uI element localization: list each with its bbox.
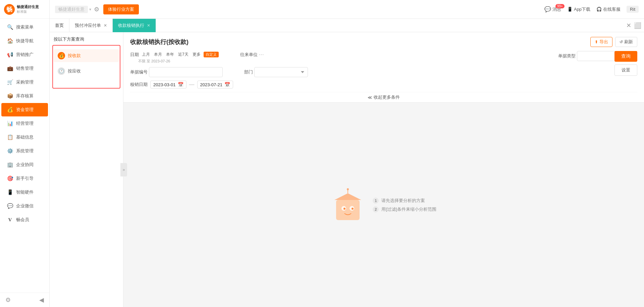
page-actions: ⬆ 导出 ↺ 刷新 <box>590 37 637 47</box>
sidebar-item-sales[interactable]: 💼 销售管理 <box>1 62 48 75</box>
verify-date-to-text: 2023-07-21 <box>200 82 223 87</box>
sidebar-label-member: 畅会员 <box>16 217 29 223</box>
logo-title: 畅捷通好生意 <box>17 4 39 9</box>
main-panel: 收款核销执行(按收款) ⬆ 导出 ↺ 刷新 <box>123 32 644 307</box>
calendar-from-icon[interactable]: 📅 <box>178 82 183 87</box>
sidebar-item-member[interactable]: V 畅会员 <box>1 213 48 226</box>
home-icon: 🏠 <box>7 38 13 44</box>
sidebar-bottom: ⚙ ◀ <box>0 293 49 307</box>
tab-close-all-icon[interactable]: ✕ <box>626 22 631 29</box>
app-download-button[interactable]: 📱 App下载 <box>567 6 590 12</box>
collapse-conditions-button[interactable]: ≪ 收起更多条件 <box>368 94 400 100</box>
online-service-button[interactable]: 🎧 在线客服 <box>596 6 621 12</box>
header-gear-icon[interactable]: ⚙ <box>94 6 99 13</box>
service-label: 在线客服 <box>603 6 621 12</box>
message-icon: 💬 <box>544 6 551 12</box>
tab-prepay[interactable]: 预付冲应付单 ✕ <box>69 19 113 32</box>
sidebar-item-inventory[interactable]: 📦 库存核算 <box>1 89 48 103</box>
verify-date-label: 核销日期 <box>130 82 148 88</box>
date-no-limit: 不限 至 2023-07-26 <box>130 59 219 64</box>
sidebar-item-quick-nav[interactable]: 🏠 快捷导航 <box>1 34 48 48</box>
date-more[interactable]: 更多 <box>191 51 202 58</box>
tab-prepay-label: 预付冲应付单 <box>75 22 101 29</box>
panel-collapse-button[interactable]: » <box>120 163 127 176</box>
chevron-down-icon[interactable]: ▾ <box>89 7 91 12</box>
empty-hint-1: 1 请先选择要分析的方案 <box>373 198 436 204</box>
filter-options: 💰 按收款 🕐 按应收 <box>54 49 119 78</box>
filter-form: 日期 上月 本月 本年 近7天 更多 自定义 不限 至 2023-07-26 <box>123 47 644 103</box>
sidebar-item-finance[interactable]: 💰 资金管理 <box>1 103 48 116</box>
bill-no-input[interactable] <box>149 67 223 77</box>
tab-prepay-close-icon[interactable]: ✕ <box>104 23 107 28</box>
svg-point-7 <box>347 188 349 190</box>
filter-option-by-receipt[interactable]: 💰 按收款 <box>54 49 119 62</box>
empty-hints: 1 请先选择要分析的方案 2 用[过滤]条件来缩小分析范围 <box>373 198 436 212</box>
sidebar-item-basic[interactable]: 📋 基础信息 <box>1 131 48 144</box>
bill-no-label: 单据编号 <box>130 69 148 75</box>
sidebar-item-operation[interactable]: 📊 经营管理 <box>1 117 48 130</box>
export-button[interactable]: ⬆ 导出 <box>590 37 612 47</box>
sidebar-label-marketing: 营销推广 <box>16 52 34 58</box>
sidebar-item-wechat[interactable]: 💬 企业微信 <box>1 199 48 213</box>
solution-button[interactable]: 体验行业方案 <box>103 4 139 14</box>
sidebar-label-guide: 新手引导 <box>16 175 34 182</box>
date-range-separator: — <box>189 82 195 88</box>
brand-text: 畅捷通好生意 <box>55 6 88 13</box>
tab-home[interactable]: 首页 <box>50 19 69 32</box>
hint-text-1: 请先选择要分析的方案 <box>381 198 425 204</box>
tab-receive-close-icon[interactable]: ✕ <box>147 23 150 28</box>
sidebar-label-operation: 经营管理 <box>16 120 34 126</box>
date-this-year[interactable]: 本年 <box>164 51 176 58</box>
query-button[interactable]: 查询 <box>614 51 637 62</box>
tab-receive[interactable]: 收款核销执行 ✕ <box>113 19 156 32</box>
sidebar-item-purchase[interactable]: 🛒 采购管理 <box>1 75 48 89</box>
settings-icon[interactable]: ⚙ <box>5 296 11 304</box>
phone-icon: 📱 <box>567 7 573 12</box>
filter-settings-button[interactable]: 设置 <box>614 64 637 76</box>
enterprise-icon: 🏢 <box>7 161 13 168</box>
sales-icon: 💼 <box>7 65 13 72</box>
refresh-button[interactable]: ↺ 刷新 <box>615 37 637 47</box>
sidebar-item-marketing[interactable]: 📢 营销推广 <box>1 48 48 61</box>
filter-row-2: 单据编号 部门 业务员 ··· <box>130 67 637 77</box>
messages-button[interactable]: 💬 消息 99+ <box>544 6 561 12</box>
sidebar-item-guide[interactable]: 🎯 新手引导 <box>1 172 48 185</box>
dept-field: 部门 <box>244 67 308 77</box>
sidebar-item-hardware[interactable]: 📱 智能硬件 <box>1 186 48 199</box>
tab-receive-label: 收款核销执行 <box>118 22 144 29</box>
date-7days[interactable]: 近7天 <box>176 51 190 58</box>
collapse-sidebar-icon[interactable]: ◀ <box>39 296 44 304</box>
date-this-month[interactable]: 本月 <box>152 51 164 58</box>
filter-option-by-receivable[interactable]: 🕐 按应收 <box>54 65 119 78</box>
sidebar-item-system[interactable]: ⚙️ 系统管理 <box>1 144 48 158</box>
date-shortcuts: 上月 本月 本年 近7天 更多 自定义 <box>140 51 219 58</box>
sidebar-item-enterprise[interactable]: 🏢 企业协同 <box>1 158 48 171</box>
date-label: 日期 <box>130 52 139 58</box>
export-icon: ⬆ <box>595 40 598 44</box>
headset-icon: 🎧 <box>596 7 602 12</box>
query-settings-panel: 查询 设置 <box>614 51 637 76</box>
hardware-icon: 📱 <box>7 189 13 196</box>
tab-restore-icon[interactable]: ⬜ <box>634 22 641 29</box>
logo-subtitle: 标准版 <box>17 9 39 14</box>
sidebar-label-inventory: 库存核算 <box>16 93 34 99</box>
date-custom-badge[interactable]: 自定义 <box>204 52 219 57</box>
verify-date-from-text: 2023-03-01 <box>153 82 176 87</box>
date-last-month[interactable]: 上月 <box>140 51 152 58</box>
empty-illustration <box>331 187 365 223</box>
empty-inner: 1 请先选择要分析的方案 2 用[过滤]条件来缩小分析范围 <box>331 187 436 223</box>
filter-option-receipt-label: 按收款 <box>68 53 81 59</box>
filter-row-3: 核销日期 2023-03-01 📅 — 2023-07-21 📅 <box>130 81 637 89</box>
basic-icon: 📋 <box>7 134 13 141</box>
sidebar-item-search[interactable]: 🔍 搜索菜单 <box>1 20 48 34</box>
partner-dots[interactable]: ··· <box>259 51 264 58</box>
sidebar-label-hardware: 智能硬件 <box>16 189 34 195</box>
sidebar-label-sales: 销售管理 <box>16 65 34 71</box>
hint-text-2: 用[过滤]条件来缩小分析范围 <box>381 206 436 212</box>
dept-select[interactable] <box>254 67 308 77</box>
filter-option-receivable-label: 按应收 <box>68 68 81 74</box>
calendar-to-icon[interactable]: 📅 <box>224 82 230 87</box>
receipt-icon: 💰 <box>58 52 65 59</box>
collapse-conditions-row: ≪ 收起更多条件 <box>130 92 637 102</box>
user-profile[interactable]: Rit <box>627 6 639 13</box>
